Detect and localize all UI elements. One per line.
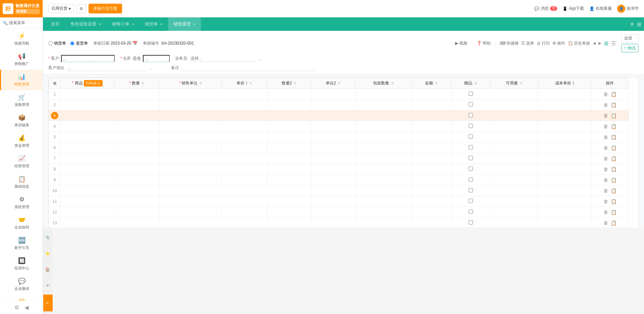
sidebar-item-huiyuan[interactable]: 👑 畅会员 bbox=[0, 295, 43, 301]
unit2-cell[interactable] bbox=[311, 217, 355, 228]
customer-input[interactable] bbox=[61, 55, 115, 62]
sidebar-item-xitong[interactable]: ⚙ 系统管理 bbox=[0, 192, 43, 213]
available-cell[interactable] bbox=[490, 121, 538, 132]
unit2-cell[interactable] bbox=[311, 121, 355, 132]
gift-checkbox[interactable] bbox=[469, 167, 473, 171]
view-detail-icon[interactable]: ☰ bbox=[611, 40, 616, 47]
tab-sell-price[interactable]: 售价提取设置 ✕ bbox=[65, 17, 107, 31]
salesperson-input[interactable] bbox=[189, 55, 256, 62]
product-cell[interactable] bbox=[61, 110, 114, 121]
sidebar-item-kucun[interactable]: 📦 库存核算 bbox=[0, 111, 43, 131]
sidebar-item-yingyong[interactable]: 🔲 应用中心 bbox=[0, 254, 43, 274]
product-input[interactable] bbox=[63, 91, 112, 97]
copy-row-icon[interactable]: 📋 bbox=[611, 220, 616, 226]
price-cell[interactable] bbox=[222, 164, 267, 175]
gift-cell[interactable] bbox=[451, 185, 490, 196]
qty-cell[interactable] bbox=[114, 110, 159, 121]
delete-row-icon[interactable]: 🗑 bbox=[603, 209, 608, 215]
action-operate[interactable]: ⚙ 操作 bbox=[552, 41, 565, 46]
copy-row-icon[interactable]: 📋 bbox=[611, 113, 616, 118]
product-input[interactable] bbox=[63, 209, 112, 214]
message-item[interactable]: 💬 消息 70 bbox=[534, 6, 557, 11]
unit-cell[interactable] bbox=[159, 142, 222, 153]
pkg-qty-cell[interactable] bbox=[355, 100, 412, 110]
gift-cell[interactable] bbox=[451, 175, 490, 185]
right-panel-item-4[interactable]: 👁 bbox=[44, 278, 52, 292]
topbar-settings-button[interactable]: ⚙ bbox=[76, 4, 86, 13]
qty2-cell[interactable] bbox=[267, 217, 311, 228]
available-sort-icon[interactable]: ⇅ bbox=[520, 81, 523, 85]
delete-row-icon[interactable]: 🗑 bbox=[603, 177, 608, 183]
pkg-qty-sort-icon[interactable]: ⇅ bbox=[391, 81, 394, 85]
product-input[interactable] bbox=[63, 145, 112, 150]
add-row-button[interactable]: + bbox=[51, 112, 58, 119]
cost-price-cell[interactable] bbox=[538, 196, 591, 207]
product-cell[interactable] bbox=[61, 89, 114, 100]
product-cell[interactable] bbox=[61, 207, 114, 217]
gift-checkbox[interactable] bbox=[469, 134, 473, 139]
qty-cell[interactable] bbox=[114, 196, 159, 207]
product-cell[interactable] bbox=[61, 217, 114, 228]
price-cell[interactable] bbox=[222, 196, 267, 207]
product-input[interactable] bbox=[63, 113, 112, 118]
delete-row-icon[interactable]: 🗑 bbox=[603, 188, 608, 193]
pkg-qty-cell[interactable] bbox=[355, 153, 412, 164]
copy-row-icon[interactable]: 📋 bbox=[611, 102, 616, 108]
product-input[interactable] bbox=[63, 199, 112, 204]
cost-price-cell[interactable] bbox=[538, 132, 591, 142]
unit-cell[interactable] bbox=[159, 207, 222, 217]
right-panel-item-5[interactable]: ✏ bbox=[43, 295, 53, 311]
qty2-cell[interactable] bbox=[267, 164, 311, 175]
amount-cell[interactable] bbox=[412, 153, 451, 164]
app-download-item[interactable]: 📱 App下载 bbox=[562, 6, 584, 11]
product-cell[interactable] bbox=[61, 196, 114, 207]
unit-cell[interactable] bbox=[159, 175, 222, 185]
right-panel-item-3[interactable]: 🏠 bbox=[44, 262, 52, 276]
qty-cell[interactable] bbox=[114, 132, 159, 142]
gift-checkbox[interactable] bbox=[469, 124, 473, 128]
sidebar-item-qiye[interactable]: 🤝 企业协同 bbox=[0, 213, 43, 233]
pkg-qty-cell[interactable] bbox=[355, 196, 412, 207]
pkg-qty-cell[interactable] bbox=[355, 185, 412, 196]
available-cell[interactable] bbox=[490, 185, 538, 196]
gift-checkbox[interactable] bbox=[469, 145, 473, 149]
qty2-cell[interactable] bbox=[267, 110, 311, 121]
industry-selector[interactable]: 日用百货 ▾ bbox=[48, 4, 74, 13]
unit-cell[interactable] bbox=[159, 217, 222, 228]
unit-cell[interactable] bbox=[159, 164, 222, 175]
available-cell[interactable] bbox=[490, 207, 538, 217]
unit2-cell[interactable] bbox=[311, 110, 355, 121]
close-all-tabs-icon[interactable]: ✕ bbox=[630, 21, 634, 27]
cost-price-info-icon[interactable]: ℹ bbox=[573, 81, 574, 85]
trial-button[interactable]: 体验行业方案 bbox=[89, 4, 122, 13]
copy-row-icon[interactable]: 📋 bbox=[611, 124, 616, 129]
unit2-cell[interactable] bbox=[311, 175, 355, 185]
delete-row-icon[interactable]: 🗑 bbox=[603, 145, 608, 150]
available-cell[interactable] bbox=[490, 164, 538, 175]
gift-cell[interactable] bbox=[451, 121, 490, 132]
gift-cell[interactable] bbox=[451, 153, 490, 164]
action-history[interactable]: 📋 历史单据 bbox=[568, 41, 590, 46]
cost-price-cell[interactable] bbox=[538, 142, 591, 153]
cost-price-cell[interactable] bbox=[538, 153, 591, 164]
qty-cell[interactable] bbox=[114, 175, 159, 185]
gift-cell[interactable] bbox=[451, 142, 490, 153]
price-cell[interactable] bbox=[222, 153, 267, 164]
unit2-cell[interactable] bbox=[311, 132, 355, 142]
amount-cell[interactable] bbox=[412, 142, 451, 153]
unit2-cell[interactable] bbox=[311, 164, 355, 175]
tab-sell-price-close[interactable]: ✕ bbox=[99, 22, 101, 26]
qty2-cell[interactable] bbox=[267, 175, 311, 185]
action-print[interactable]: 🖨 打印 bbox=[537, 41, 550, 46]
product-input[interactable] bbox=[63, 156, 112, 161]
unit2-cell[interactable] bbox=[311, 142, 355, 153]
right-panel-item-1[interactable]: 📎 bbox=[44, 230, 52, 244]
sidebar-item-yingxiao[interactable]: 📢 营销推广 bbox=[0, 49, 43, 70]
pkg-qty-cell[interactable] bbox=[355, 132, 412, 142]
warehouse-input[interactable] bbox=[143, 55, 170, 62]
copy-row-icon[interactable]: 📋 bbox=[611, 91, 616, 97]
cost-price-cell[interactable] bbox=[538, 207, 591, 217]
tab-home[interactable]: 首页 bbox=[46, 17, 65, 31]
gift-checkbox[interactable] bbox=[469, 199, 473, 203]
price-cell[interactable] bbox=[222, 89, 267, 100]
